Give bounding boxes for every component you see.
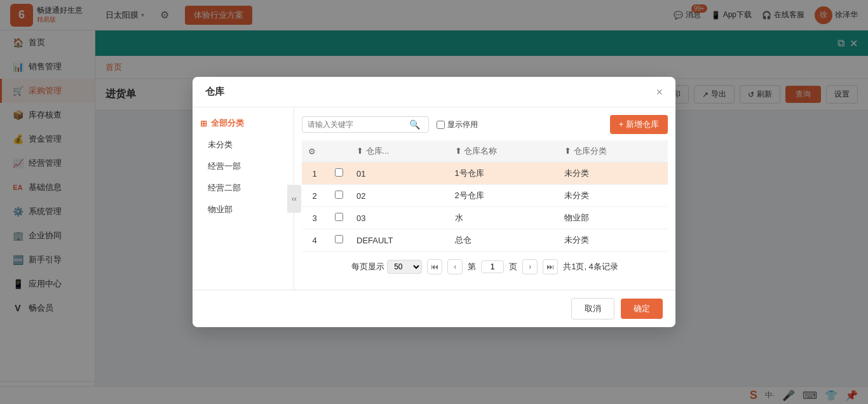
row-checkbox[interactable] (327, 185, 350, 207)
row-code: 01 (350, 163, 449, 185)
first-page-button[interactable]: ⏮ (427, 259, 442, 274)
th-checkbox (327, 140, 350, 163)
table-area: 🔍 显示停用 + 新增仓库 ⚙ (294, 107, 675, 290)
modal-body: ⊞ 全部分类 未分类 经营一部 经营二部 物业部 ‹‹ (193, 107, 675, 290)
page-size-select: 每页显示 50 20 100 (351, 260, 422, 274)
row-index: 1 (302, 163, 327, 185)
table-row[interactable]: 4 DEFAULT 总仓 未分类 (302, 229, 668, 252)
row-code: DEFAULT (350, 229, 449, 252)
show-disabled-checkbox[interactable] (437, 121, 445, 129)
row-name: 水 (449, 207, 559, 229)
row-code: 03 (350, 207, 449, 229)
th-name: ⬆ 仓库名称 (449, 140, 559, 163)
cancel-button[interactable]: 取消 (571, 298, 614, 320)
search-box: 🔍 (302, 116, 429, 133)
modal-footer: 取消 确定 (193, 290, 675, 327)
th-setting: ⚙ (302, 140, 327, 163)
search-icon[interactable]: 🔍 (409, 119, 420, 130)
grid-icon: ⊞ (200, 119, 207, 128)
row-checkbox[interactable] (327, 229, 350, 252)
table-header-row: ⚙ ⬆ 仓库... ⬆ 仓库名称 ⬆ 仓库分类 (302, 140, 668, 163)
row-index: 3 (302, 207, 327, 229)
row-name: 1号仓库 (449, 163, 559, 185)
last-page-button[interactable]: ⏭ (543, 259, 558, 274)
modal-title: 仓库 (205, 86, 224, 98)
cat-item-property[interactable]: 物业部 (193, 199, 294, 220)
all-categories-item[interactable]: ⊞ 全部分类 (193, 112, 294, 134)
confirm-button[interactable]: 确定 (621, 299, 663, 319)
pagination: 每页显示 50 20 100 ⏮ ‹ 第 页 › ⏭ 共1页, 4条记录 (302, 252, 668, 282)
collapse-sidebar-button[interactable]: ‹‹ (287, 185, 301, 213)
table-row[interactable]: 1 01 1号仓库 未分类 (302, 163, 668, 185)
per-page-select[interactable]: 50 20 100 (387, 260, 422, 274)
show-disabled-toggle[interactable]: 显示停用 (437, 119, 478, 130)
row-category: 物业部 (558, 207, 668, 229)
new-warehouse-button[interactable]: + 新增仓库 (610, 115, 668, 134)
row-index: 2 (302, 185, 327, 207)
th-category: ⬆ 仓库分类 (558, 140, 668, 163)
row-name: 总仓 (449, 229, 559, 252)
modal-overlay: 仓库 × ⊞ 全部分类 未分类 经营一部 经营二部 (0, 0, 868, 404)
category-sidebar: ⊞ 全部分类 未分类 经营一部 经营二部 物业部 ‹‹ (193, 107, 294, 290)
row-category: 未分类 (558, 185, 668, 207)
row-index: 4 (302, 229, 327, 252)
th-code: ⬆ 仓库... (350, 140, 449, 163)
next-page-button[interactable]: › (522, 259, 538, 274)
row-code: 02 (350, 185, 449, 207)
table-row[interactable]: 2 02 2号仓库 未分类 (302, 185, 668, 207)
row-category: 未分类 (558, 163, 668, 185)
cat-item-dept1[interactable]: 经营一部 (193, 156, 294, 177)
cat-item-uncategorized[interactable]: 未分类 (193, 134, 294, 156)
row-category: 未分类 (558, 229, 668, 252)
modal-header: 仓库 × (193, 77, 675, 107)
row-name: 2号仓库 (449, 185, 559, 207)
table-toolbar: 🔍 显示停用 + 新增仓库 (302, 115, 668, 134)
warehouse-modal: 仓库 × ⊞ 全部分类 未分类 经营一部 经营二部 (193, 77, 675, 327)
row-checkbox[interactable] (327, 163, 350, 185)
search-input[interactable] (308, 120, 409, 129)
page-input[interactable] (481, 260, 504, 273)
prev-page-button[interactable]: ‹ (447, 259, 463, 274)
row-checkbox[interactable] (327, 207, 350, 229)
cat-item-dept2[interactable]: 经营二部 (193, 177, 294, 199)
close-icon[interactable]: × (656, 86, 663, 98)
table-row[interactable]: 3 03 水 物业部 (302, 207, 668, 229)
warehouse-table: ⚙ ⬆ 仓库... ⬆ 仓库名称 ⬆ 仓库分类 (302, 140, 668, 252)
